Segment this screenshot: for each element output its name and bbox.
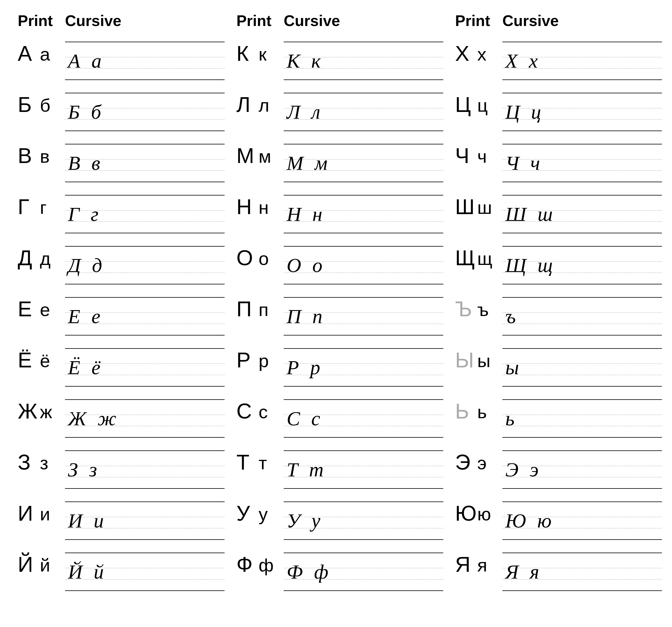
cursive-lower: х: [529, 49, 540, 73]
cursive-upper: Т: [287, 458, 300, 481]
print-uppercase: Е: [18, 295, 40, 320]
print-lowercase: ъ: [477, 295, 499, 319]
cursive-upper: Л: [287, 100, 303, 124]
lined-area: Ёё: [65, 348, 224, 386]
lined-area: Фф: [284, 553, 443, 591]
print-uppercase: С: [236, 398, 259, 422]
letter-row: ЮюЮю: [455, 500, 662, 543]
col1-header: Print Cursive: [18, 12, 224, 29]
cursive-box: Тт: [284, 449, 443, 489]
print-uppercase: Ь: [455, 398, 477, 422]
cursive-letters: Юю: [505, 502, 659, 539]
print-uppercase: Ч: [455, 142, 477, 166]
print-uppercase: Г: [18, 193, 40, 217]
print-lowercase: й: [40, 551, 62, 574]
cursive-upper: Ж: [68, 407, 89, 430]
cursive-box: Оо: [284, 244, 443, 284]
cursive-lower: у: [311, 509, 323, 532]
cursive-letters: Хх: [505, 42, 659, 79]
print-lowercase: и: [40, 500, 62, 523]
cursive-upper: Ю: [505, 509, 528, 532]
cursive-letters: Лл: [287, 93, 440, 130]
cursive-lower: о: [312, 254, 325, 277]
cursive-lower: ё: [92, 356, 103, 379]
cursive-upper: Ч: [505, 151, 522, 175]
lined-area: Сс: [284, 399, 443, 438]
cursive-box: Яя: [502, 551, 662, 591]
cursive-upper: Д: [68, 254, 83, 277]
print-uppercase: У: [236, 500, 259, 524]
print-uppercase: Ы: [455, 346, 477, 371]
print-uppercase: Ш: [455, 193, 477, 217]
cursive-upper: П: [287, 305, 304, 328]
cursive-upper: Х: [505, 49, 520, 73]
cursive-box: Уу: [284, 500, 443, 540]
cursive-lower: а: [92, 49, 104, 73]
cursive-box: Йй: [65, 551, 224, 591]
print-uppercase: И: [18, 500, 40, 524]
letter-row: ЙйЙй: [18, 551, 224, 594]
letter-row: ЁёЁё: [18, 346, 224, 389]
cursive-upper: Г: [68, 203, 82, 226]
cursive-letters: Пп: [287, 298, 440, 335]
letter-row: ШшШш: [455, 193, 662, 236]
cursive-upper: Ф: [287, 560, 305, 583]
letter-row: ЦцЦц: [455, 91, 662, 134]
print-lowercase: н: [259, 193, 281, 217]
print-uppercase: О: [236, 244, 259, 269]
cursive-letters: Мм: [287, 145, 440, 182]
cursive-letters: Дд: [68, 247, 222, 284]
lined-area: Оо: [284, 246, 443, 284]
column-3: ХхХхЦцЦцЧчЧчШшШшЩщЩщЪъъЫыыЬььЭэЭэЮюЮюЯяЯ…: [455, 40, 662, 602]
cursive-lower: й: [94, 560, 106, 583]
lined-area: Ии: [65, 501, 224, 540]
print-lowercase: р: [259, 346, 281, 370]
lined-area: Шш: [502, 195, 662, 233]
lined-area: Щщ: [502, 246, 662, 284]
cursive-letters: Тт: [287, 451, 440, 488]
header-row: Print Cursive Print Cursive Print Cursiv…: [18, 12, 654, 29]
lined-area: Нн: [284, 195, 443, 233]
print-lowercase: э: [477, 449, 499, 472]
lined-area: Ээ: [502, 450, 662, 489]
letter-row: НнНн: [236, 193, 443, 236]
letter-row: РрРр: [236, 346, 443, 389]
print-uppercase: Т: [236, 449, 259, 473]
cursive-lower: ф: [314, 560, 331, 583]
print-uppercase: К: [236, 40, 259, 64]
letter-row: БбБб: [18, 91, 224, 134]
cursive-lower: ш: [537, 203, 555, 226]
cursive-box: Дд: [65, 244, 224, 284]
lined-area: Чч: [502, 144, 662, 182]
print-lowercase: щ: [477, 244, 499, 268]
cursive-letters: Ии: [68, 502, 222, 539]
cursive-letters: Уу: [287, 502, 440, 539]
letter-row: ЯяЯя: [455, 551, 662, 594]
lined-area: Жж: [65, 399, 224, 438]
cursive-upper: К: [287, 49, 302, 73]
cursive-lower: э: [530, 458, 541, 481]
letter-row: ТтТт: [236, 449, 443, 492]
cursive-letters: Шш: [505, 196, 659, 233]
letter-row: ГгГг: [18, 193, 224, 236]
cursive-box: Рр: [284, 346, 443, 386]
cursive-lower: ж: [97, 407, 119, 430]
cursive-upper: Ц: [505, 100, 522, 124]
cursive-lower: м: [315, 151, 330, 175]
letter-row: СсСс: [236, 398, 443, 440]
col3-print-label: Print: [455, 12, 477, 29]
print-uppercase: Д: [18, 244, 40, 269]
print-lowercase: ч: [477, 142, 499, 166]
cursive-box: Лл: [284, 91, 443, 131]
cursive-box: ь: [502, 398, 662, 438]
print-lowercase: б: [40, 91, 62, 115]
cursive-upper: Е: [68, 305, 83, 328]
print-lowercase: ы: [477, 346, 499, 370]
print-lowercase: ш: [477, 193, 499, 217]
letter-row: ЭэЭэ: [455, 449, 662, 492]
letter-row: ЖжЖж: [18, 398, 224, 440]
lined-area: ы: [502, 348, 662, 386]
print-uppercase: П: [236, 295, 259, 320]
cursive-upper: Н: [287, 203, 304, 226]
cursive-lower: к: [311, 49, 323, 73]
